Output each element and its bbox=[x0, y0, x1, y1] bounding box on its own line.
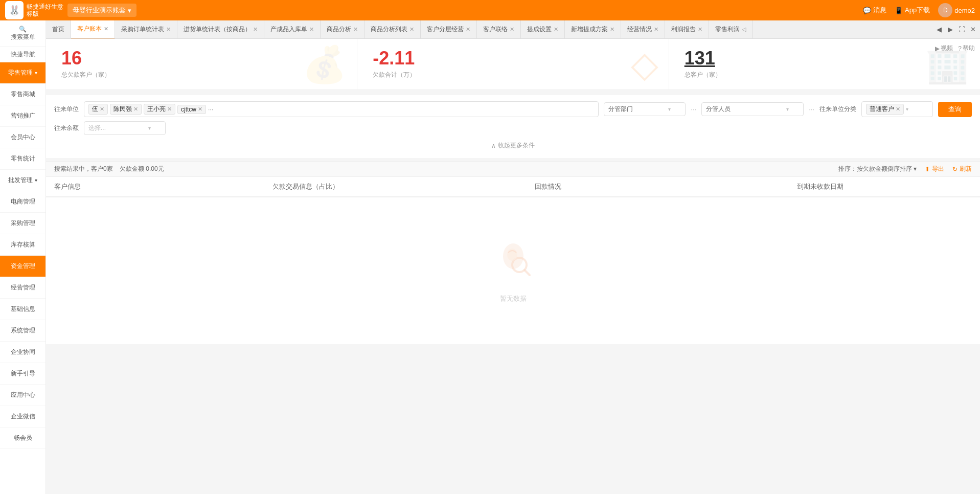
tab-retail-profit[interactable]: 零售利润 ◁ bbox=[709, 20, 753, 39]
message-icon: 💬 bbox=[863, 7, 871, 14]
filter-unit-tags[interactable]: 伍 ✕ 陈民强 ✕ 王小亮 ✕ bbox=[84, 101, 599, 117]
filter-tag-4: cjttcw ✕ bbox=[177, 105, 206, 114]
stat-bg-icon-credit: 💰 bbox=[302, 43, 347, 85]
filter-unit-type-tags[interactable]: 普通客户 ✕ ▾ bbox=[861, 101, 933, 117]
filter-bar: 往来单位 伍 ✕ 陈民强 ✕ 王小亮 bbox=[46, 95, 980, 158]
sidebar-item-operation[interactable]: 经营管理 bbox=[0, 277, 45, 299]
stat-card-debt: -2.11 欠款合计（万） ◇ bbox=[357, 39, 669, 89]
top-bar-actions: 💬 消息 📱 App下载 D demo2 bbox=[863, 3, 975, 17]
sidebar-item-app-center[interactable]: 应用中心 bbox=[0, 385, 45, 406]
filter-tag-close-2[interactable]: ✕ bbox=[133, 106, 138, 113]
sidebar-search[interactable]: 🔍 搜索菜单 bbox=[0, 20, 45, 47]
tab-arrow-right[interactable]: ▶ bbox=[945, 25, 955, 35]
tab-close-icon[interactable]: ✕ bbox=[409, 26, 414, 33]
tab-label: 经营情况 bbox=[627, 25, 652, 34]
sidebar-item-purchase[interactable]: 采购管理 bbox=[0, 213, 45, 234]
col-header-debt: 欠款交易信息（占比） bbox=[272, 182, 535, 191]
tab-profit-report[interactable]: 利润报告 ✕ bbox=[665, 20, 709, 39]
sort-label[interactable]: 排序：按欠款金额倒序排序 ▾ bbox=[838, 165, 917, 173]
tab-close-icon[interactable]: ✕ bbox=[698, 26, 702, 33]
filter-manager-select[interactable]: 分管人员 ▾ bbox=[701, 102, 804, 116]
tab-arrow-left[interactable]: ◀ bbox=[934, 25, 944, 35]
tab-customer-contact[interactable]: 客户联络 ✕ bbox=[477, 20, 521, 39]
tab-close-icon[interactable]: ✕ bbox=[610, 26, 614, 33]
filter-dots-dept[interactable]: ··· bbox=[691, 105, 696, 113]
sidebar-item-label: 资金管理 bbox=[11, 262, 35, 270]
filter-dots-mgr[interactable]: ··· bbox=[809, 105, 814, 113]
sidebar-item-system[interactable]: 系统管理 bbox=[0, 320, 45, 342]
help-action[interactable]: ? 帮助 bbox=[958, 44, 975, 53]
filter-row-1: 往来单位 伍 ✕ 陈民强 ✕ 王小亮 bbox=[54, 101, 972, 117]
tab-customer-segment[interactable]: 客户分层经营 ✕ bbox=[421, 20, 477, 39]
filter-more-tags[interactable]: ··· bbox=[208, 106, 213, 113]
sidebar-item-wechat[interactable]: 企业微信 bbox=[0, 406, 45, 428]
tab-close-icon[interactable]: ✕ bbox=[166, 26, 171, 33]
tab-close-icon[interactable]: ✕ bbox=[104, 26, 108, 32]
tab-new-promotion[interactable]: 新增提成方案 ✕ bbox=[565, 20, 621, 39]
tab-close-icon[interactable]: ✕ bbox=[309, 26, 314, 33]
sidebar-item-retail-mall[interactable]: 零售商城 bbox=[0, 84, 45, 105]
filter-tag-close-1[interactable]: ✕ bbox=[100, 106, 104, 113]
tab-close-icon[interactable]: ✕ bbox=[554, 26, 558, 33]
stat-value-debt: -2.11 bbox=[373, 49, 653, 68]
sidebar-item-label: 零售管理 bbox=[8, 69, 33, 76]
export-action[interactable]: ⬆ 导出 bbox=[925, 165, 944, 173]
tab-label: 商品分析 bbox=[327, 25, 351, 34]
sidebar-item-label: 库存核算 bbox=[11, 241, 35, 248]
expand-icon: ▾ bbox=[35, 70, 37, 76]
filter-tag-close-type-1[interactable]: ✕ bbox=[896, 106, 900, 113]
tab-close-icon[interactable]: ✕ bbox=[353, 26, 358, 33]
refresh-action[interactable]: ↻ 刷新 bbox=[952, 165, 972, 173]
tab-operation-status[interactable]: 经营情况 ✕ bbox=[621, 20, 665, 39]
filter-tag-close-3[interactable]: ✕ bbox=[167, 106, 172, 113]
tab-close-icon[interactable]: ◁ bbox=[742, 26, 746, 33]
tab-maximize[interactable]: ⛶ bbox=[956, 25, 967, 35]
logo-area: 🐰 畅捷通好生意 标版 bbox=[5, 1, 63, 19]
sidebar-item-newbie[interactable]: 新手引导 bbox=[0, 363, 45, 385]
workspace-selector[interactable]: 母婴行业演示账套 ▾ bbox=[67, 4, 136, 17]
col-header-date: 到期未收款日期 bbox=[797, 182, 972, 191]
tab-label: 产成品入库单 bbox=[270, 25, 307, 34]
tab-purchase-order-stat[interactable]: 采购订单统计表 ✕ bbox=[115, 20, 177, 39]
tab-goods-analysis-list[interactable]: 商品分析列表 ✕ bbox=[364, 20, 421, 39]
message-action[interactable]: 💬 消息 bbox=[863, 6, 886, 15]
tab-product-stock[interactable]: 产成品入库单 ✕ bbox=[264, 20, 321, 39]
collapse-button[interactable]: ∧ 收起更多条件 bbox=[54, 139, 972, 152]
sidebar-quick-nav[interactable]: 快捷导航 bbox=[0, 47, 45, 62]
sidebar-item-batch[interactable]: 批发管理 ▾ bbox=[0, 170, 45, 191]
sidebar-item-ecommerce[interactable]: 电商管理 bbox=[0, 191, 45, 213]
tab-close-icon[interactable]: ✕ bbox=[253, 26, 258, 33]
sidebar-item-basic[interactable]: 基础信息 bbox=[0, 299, 45, 320]
filter-tag-close-4[interactable]: ✕ bbox=[198, 106, 202, 113]
tab-goods-stat[interactable]: 进货单统计表（按商品） ✕ bbox=[177, 20, 264, 39]
sidebar-item-retail-stat[interactable]: 零售统计 bbox=[0, 148, 45, 170]
tab-scroll-arrows: ◀ ▶ ⛶ ✕ bbox=[932, 25, 980, 35]
tab-close-all[interactable]: ✕ bbox=[968, 25, 978, 35]
tab-close-icon[interactable]: ✕ bbox=[654, 26, 658, 33]
video-action[interactable]: ▶ 视频 bbox=[935, 44, 953, 53]
sidebar-item-inventory[interactable]: 库存核算 bbox=[0, 234, 45, 256]
tab-customer-debt[interactable]: 客户账本 ✕ bbox=[71, 20, 115, 39]
sidebar-item-retail[interactable]: 零售管理 ▾ bbox=[0, 62, 45, 84]
tab-goods-analysis[interactable]: 商品分析 ✕ bbox=[321, 20, 364, 39]
user-menu[interactable]: D demo2 bbox=[938, 3, 975, 17]
app-download-action[interactable]: 📱 App下载 bbox=[895, 6, 930, 15]
tab-home[interactable]: 首页 bbox=[46, 20, 71, 39]
sidebar-item-enterprise[interactable]: 企业协同 bbox=[0, 342, 45, 363]
expand-icon-batch: ▾ bbox=[35, 177, 37, 183]
sidebar-item-label: 电商管理 bbox=[11, 198, 35, 205]
filter-balance-label: 往来余额 bbox=[54, 124, 79, 132]
sidebar-item-marketing[interactable]: 营销推广 bbox=[0, 105, 45, 127]
sidebar-item-member2[interactable]: 畅会员 bbox=[0, 428, 45, 449]
filter-department-select[interactable]: 分管部门 ▾ bbox=[604, 102, 686, 116]
filter-balance-select[interactable]: 选择... ▾ bbox=[84, 121, 166, 135]
tab-close-icon[interactable]: ✕ bbox=[466, 26, 470, 33]
sidebar-item-member[interactable]: 会员中心 bbox=[0, 127, 45, 148]
tab-promotion-setting[interactable]: 提成设置 ✕ bbox=[521, 20, 565, 39]
sidebar-item-finance[interactable]: 资金管理 bbox=[0, 256, 45, 277]
tab-label: 利润报告 bbox=[671, 25, 696, 34]
tab-close-icon[interactable]: ✕ bbox=[510, 26, 514, 33]
filter-tag-type-1: 普通客户 ✕ bbox=[866, 104, 904, 115]
filter-unit-type-label: 往来单位分类 bbox=[819, 105, 856, 114]
query-button[interactable]: 查询 bbox=[938, 102, 972, 117]
